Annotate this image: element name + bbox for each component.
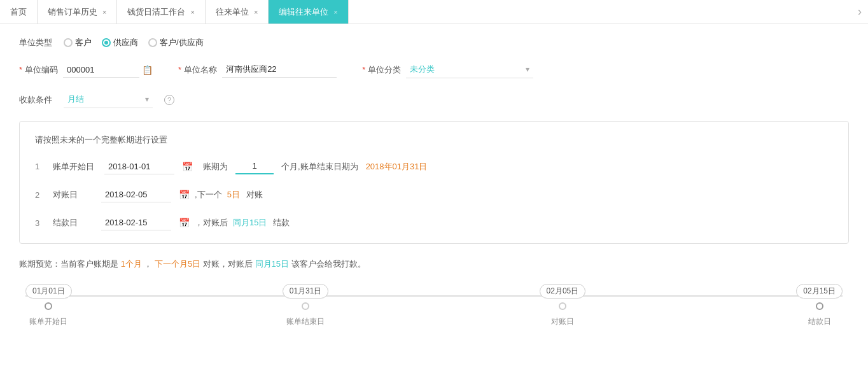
unit-name-label: 单位名称 xyxy=(184,64,217,76)
radio-supplier-label: 供应商 xyxy=(113,37,138,48)
tab-home[interactable]: 首页 xyxy=(0,0,38,24)
period-num-1: 1 xyxy=(35,162,48,171)
unit-category-label: 单位分类 xyxy=(368,64,401,76)
period-suffix-after-1: 个月,账单结束日期为 xyxy=(281,161,358,172)
unit-code-field: * 单位编码 📋 xyxy=(19,62,153,78)
tab-bar: 首页 销售订单历史 × 钱货日清工作台 × 往来单位 × 编辑往来单位 × › xyxy=(0,0,868,24)
tab-partner-units-label: 往来单位 xyxy=(216,6,249,18)
timeline-point-3: 02月05日 对账日 xyxy=(540,284,586,327)
unit-code-label: 单位编码 xyxy=(25,64,58,76)
period-row-2: 2 对账日 📅 ,下一个 5日 对账 xyxy=(35,187,833,202)
preview-middle: 对账，对账后 xyxy=(203,259,253,269)
period-suffix-2: 对账 xyxy=(246,189,263,201)
unit-name-star: * xyxy=(178,65,181,74)
period-num-2: 2 xyxy=(35,190,48,200)
period-label-3: 结款日 xyxy=(53,217,91,229)
period-month-input[interactable] xyxy=(235,158,274,174)
timeline-badge-4: 02月15日 xyxy=(796,284,843,299)
timeline-dot-4 xyxy=(816,302,823,310)
payment-terms-select[interactable]: 月结 ▾ xyxy=(64,91,153,108)
tab-cash-workbench[interactable]: 钱货日清工作台 × xyxy=(117,0,205,24)
main-content: 单位类型 客户 供应商 客户/供应商 * 单位编码 📋 * xyxy=(0,24,868,387)
radio-supplier[interactable]: 供应商 xyxy=(102,37,138,48)
unit-category-field: * 单位分类 未分类 ▾ xyxy=(362,61,533,78)
timeline-badge-3: 02月05日 xyxy=(540,284,586,299)
unit-name-field: * 单位名称 xyxy=(178,62,337,78)
unit-details-row: * 单位编码 📋 * 单位名称 * 单位分类 未分类 ▾ xyxy=(19,61,849,78)
timeline-badge-2: 01月31日 xyxy=(283,284,329,299)
unit-category-star: * xyxy=(362,65,365,74)
period-prefix-2: ,下一个 xyxy=(195,189,222,201)
period-suffix-3: 结款 xyxy=(273,217,290,229)
period-date-2[interactable] xyxy=(101,187,171,202)
payment-terms-value: 月结 xyxy=(67,94,145,105)
unit-category-value: 未分类 xyxy=(410,64,526,75)
period-prefix-3: ，对账后 xyxy=(195,217,228,229)
tab-cash-workbench-close[interactable]: × xyxy=(190,8,194,16)
radio-customer[interactable]: 客户 xyxy=(64,37,92,48)
tab-more-button[interactable]: › xyxy=(851,0,868,24)
unit-category-chevron: ▾ xyxy=(526,65,529,74)
period-row-1: 1 账单开始日 📅 账期为 个月,账单结束日期为 2018年01月31日 xyxy=(35,158,833,174)
unit-type-label: 单位类型 xyxy=(19,37,52,48)
period-calendar-2[interactable]: 📅 xyxy=(179,190,190,200)
period-label-2: 对账日 xyxy=(53,189,91,201)
radio-both-circle xyxy=(148,38,157,47)
radio-both[interactable]: 客户/供应商 xyxy=(148,37,204,48)
tab-partner-units[interactable]: 往来单位 × xyxy=(206,0,269,24)
preview-prefix: 账期预览：当前客户账期是 xyxy=(19,259,118,269)
timeline-label-3: 对账日 xyxy=(551,316,574,327)
timeline-label-2: 账单结束日 xyxy=(286,316,325,327)
unit-name-input[interactable] xyxy=(222,62,337,78)
help-icon[interactable]: ? xyxy=(164,95,174,105)
period-calendar-3[interactable]: 📅 xyxy=(179,218,190,228)
period-settings-box: 请按照未来的一个完整帐期进行设置 1 账单开始日 📅 账期为 个月,账单结束日期… xyxy=(19,121,849,244)
preview-comma1: ， xyxy=(144,259,152,269)
period-box-title: 请按照未来的一个完整帐期进行设置 xyxy=(35,134,833,146)
preview-part3: 同月15日 xyxy=(255,259,289,269)
tab-sales-history-label: 销售订单历史 xyxy=(48,6,97,18)
period-date-1[interactable] xyxy=(104,159,174,174)
timeline-dot-3 xyxy=(559,302,566,310)
preview-section: 账期预览：当前客户账期是 1个月 ， 下一个月5日 对账，对账后 同月15日 该… xyxy=(19,257,849,271)
timeline-dot-2 xyxy=(302,302,309,310)
preview-part1: 1个月 xyxy=(121,259,142,269)
radio-customer-circle xyxy=(64,38,73,47)
tab-edit-partner[interactable]: 编辑往来单位 × xyxy=(269,0,348,24)
timeline-label-4: 结款日 xyxy=(808,316,831,327)
tab-cash-workbench-label: 钱货日清工作台 xyxy=(127,6,185,18)
radio-supplier-circle xyxy=(102,38,111,47)
unit-code-star: * xyxy=(19,65,22,74)
period-suffix-before-1: 账期为 xyxy=(203,161,228,172)
unit-code-input[interactable] xyxy=(63,62,139,78)
period-label-1: 账单开始日 xyxy=(53,161,94,172)
radio-customer-label: 客户 xyxy=(75,37,92,48)
payment-terms-label: 收款条件 xyxy=(19,94,52,106)
radio-both-label: 客户/供应商 xyxy=(160,37,204,48)
timeline-badge-1: 01月01日 xyxy=(25,284,72,299)
tab-edit-partner-close[interactable]: × xyxy=(333,8,337,16)
period-end-date-1: 2018年01月31日 xyxy=(366,161,428,172)
period-num-3: 3 xyxy=(35,218,48,228)
period-highlight-2: 5日 xyxy=(227,189,240,201)
payment-terms-chevron: ▾ xyxy=(145,95,149,104)
timeline-points: 01月01日 账单开始日 01月31日 账单结束日 02月05日 对账日 02月… xyxy=(25,284,843,327)
unit-type-row: 单位类型 客户 供应商 客户/供应商 xyxy=(19,37,849,48)
preview-suffix: 该客户会给我打款。 xyxy=(291,259,366,269)
period-calendar-1[interactable]: 📅 xyxy=(182,162,193,172)
timeline-point-1: 01月01日 账单开始日 xyxy=(25,284,72,327)
unit-code-icon[interactable]: 📋 xyxy=(142,65,153,75)
preview-part2: 下一个月5日 xyxy=(155,259,200,269)
timeline-dot-1 xyxy=(45,302,52,310)
payment-terms-row: 收款条件 月结 ▾ ? xyxy=(19,91,849,108)
unit-category-select[interactable]: 未分类 ▾ xyxy=(406,61,533,78)
timeline: 01月01日 账单开始日 01月31日 账单结束日 02月05日 对账日 02月… xyxy=(19,284,849,327)
tab-sales-history-close[interactable]: × xyxy=(102,8,106,16)
period-date-3[interactable] xyxy=(101,215,171,230)
tab-home-label: 首页 xyxy=(10,6,27,18)
unit-type-radio-group: 客户 供应商 客户/供应商 xyxy=(64,37,204,48)
period-highlight-3: 同月15日 xyxy=(233,217,267,229)
tab-sales-history[interactable]: 销售订单历史 × xyxy=(38,0,117,24)
tab-partner-units-close[interactable]: × xyxy=(254,8,258,16)
timeline-point-2: 01月31日 账单结束日 xyxy=(283,284,329,327)
